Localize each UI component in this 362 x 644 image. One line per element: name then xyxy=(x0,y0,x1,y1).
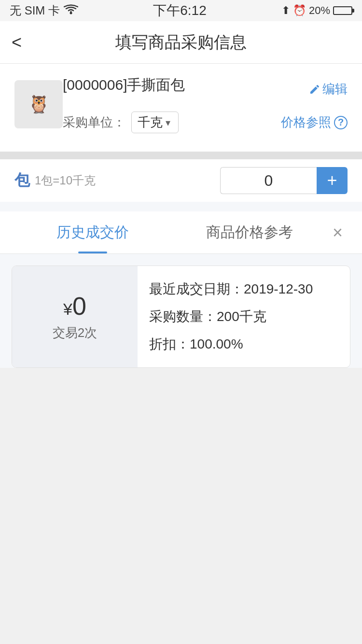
purchase-qty-value: 200千克 xyxy=(217,309,266,324)
recent-date-label: 最近成交日期： xyxy=(149,281,244,296)
currency-symbol: ¥ xyxy=(63,300,72,318)
product-name: [0000006]手撕面包 xyxy=(63,75,185,95)
tabs-row: 历史成交价 商品价格参考 × xyxy=(0,211,362,254)
panel-section: 历史成交价 商品价格参考 × ¥0 交易2次 最近成交日期：2019-12-30… xyxy=(0,202,362,368)
price-ref-label: 价格参照 xyxy=(281,114,331,131)
status-bar: 无 SIM 卡 下午6:12 ⬆ ⏰ 20% xyxy=(0,0,362,21)
unit-value: 千克 xyxy=(138,114,163,131)
product-logo: 🦉 xyxy=(28,94,50,114)
battery-icon xyxy=(333,6,352,15)
tab-product-label: 商品价格参考 xyxy=(206,223,293,242)
nav-bar: < 填写商品采购信息 xyxy=(0,21,362,64)
unit-desc: 1包=10千克 xyxy=(35,173,96,188)
status-right-area: ⬆ ⏰ 20% xyxy=(281,4,352,17)
history-summary: ¥0 交易2次 xyxy=(12,266,138,367)
product-info: [0000006]手撕面包 编辑 采购单位： 千克 价格参照 ? xyxy=(63,75,348,133)
purchase-qty-line: 采购数量：200千克 xyxy=(149,307,338,326)
tab-history-label: 历史成交价 xyxy=(56,223,129,242)
close-panel-button[interactable]: × xyxy=(328,223,348,243)
back-button[interactable]: < xyxy=(12,32,22,53)
quantity-input-area: + xyxy=(105,167,348,194)
quantity-row: 包 1包=10千克 + xyxy=(0,159,362,202)
trade-count: 交易2次 xyxy=(53,324,97,341)
tab-underline xyxy=(78,252,107,253)
history-details: 最近成交日期：2019-12-30 采购数量：200千克 折扣：100.00% xyxy=(138,266,350,367)
recent-date-value: 2019-12-30 xyxy=(244,281,313,296)
tab-history-price[interactable]: 历史成交价 xyxy=(14,211,171,253)
recent-date-line: 最近成交日期：2019-12-30 xyxy=(149,280,338,298)
svg-point-0 xyxy=(70,12,72,14)
info-icon: ? xyxy=(334,116,348,129)
quantity-input[interactable] xyxy=(220,167,317,194)
price-value: 0 xyxy=(72,292,86,320)
discount-line: 折扣：100.00% xyxy=(149,335,338,353)
unit-label: 采购单位： xyxy=(63,114,125,131)
status-carrier: 无 SIM 卡 xyxy=(10,3,78,18)
page-title: 填写商品采购信息 xyxy=(115,31,247,54)
battery-percent: 20% xyxy=(309,4,330,17)
history-card: ¥0 交易2次 最近成交日期：2019-12-30 采购数量：200千克 折扣：… xyxy=(12,266,350,368)
location-icon: ⬆ xyxy=(281,4,290,17)
carrier-text: 无 SIM 卡 xyxy=(10,3,60,18)
discount-label: 折扣： xyxy=(149,336,190,351)
history-price: ¥0 xyxy=(63,292,86,321)
alarm-icon: ⏰ xyxy=(293,4,306,17)
edit-button[interactable]: 编辑 xyxy=(309,81,348,98)
price-ref-button[interactable]: 价格参照 ? xyxy=(281,114,348,131)
wifi-icon xyxy=(64,4,78,17)
purchase-qty-label: 采购数量： xyxy=(149,309,217,324)
discount-value: 100.00% xyxy=(190,336,243,351)
unit-name: 包 xyxy=(14,170,30,191)
product-thumb: 🦉 xyxy=(14,80,63,128)
edit-label: 编辑 xyxy=(322,81,348,98)
product-card: 🦉 [0000006]手撕面包 编辑 采购单位： 千克 价格参照 ? xyxy=(0,64,362,152)
section-divider xyxy=(0,152,362,159)
status-time: 下午6:12 xyxy=(153,1,207,20)
unit-select[interactable]: 千克 xyxy=(131,112,179,133)
unit-box: 包 1包=10千克 xyxy=(14,170,96,191)
plus-icon: + xyxy=(327,170,337,191)
quantity-plus-button[interactable]: + xyxy=(317,167,348,194)
tab-product-price[interactable]: 商品价格参考 xyxy=(171,211,327,253)
